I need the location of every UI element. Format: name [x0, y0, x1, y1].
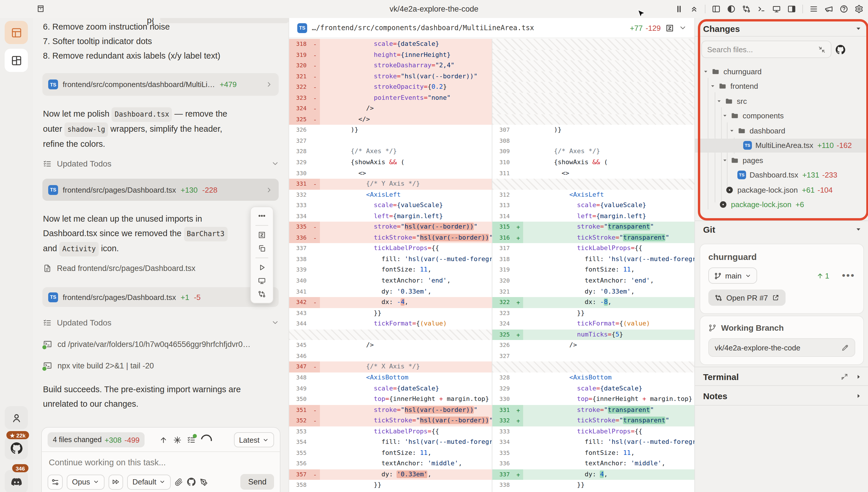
attach-icon[interactable]	[175, 478, 183, 486]
diff-marker	[513, 200, 523, 211]
tree-item-label: frontend	[730, 82, 758, 91]
code-line: <AxisLeft	[523, 190, 695, 200]
diff-row: 356 textAnchor: 'middle',	[289, 459, 492, 469]
files-changed-chip[interactable]: 4 files changed +308 -499	[48, 432, 145, 447]
theme-icon[interactable]	[727, 5, 736, 13]
tree-item-frontend[interactable]: frontend	[695, 79, 868, 93]
section-title: Changes	[703, 24, 740, 33]
open-pr-button[interactable]: Open PR #7	[708, 290, 785, 306]
copy-icon[interactable]	[258, 244, 266, 252]
rail-item-account[interactable]	[5, 406, 28, 429]
added-count: +110	[817, 141, 834, 150]
tree-item-dashboard[interactable]: dashboard	[695, 124, 868, 138]
version-selector[interactable]: Latest	[234, 432, 274, 447]
mode-selector[interactable]: Default	[127, 474, 171, 489]
diff-marker	[513, 437, 523, 448]
left-panel-icon[interactable]	[712, 5, 721, 13]
file-change-card[interactable]: TS frontend/src/pages/Dashboard.tsx +1 -…	[42, 287, 279, 307]
divider	[695, 36, 868, 36]
rail-item-discord[interactable]	[5, 470, 28, 492]
changes-section-header[interactable]: Changes	[703, 22, 862, 35]
file-change-card[interactable]: TS frontend/src/pages/Dashboard.tsx +130…	[42, 179, 279, 201]
github-icon[interactable]	[187, 477, 196, 486]
branch-selector[interactable]: main	[708, 268, 757, 284]
pause-icon[interactable]	[675, 5, 683, 13]
rail-item-chat-active[interactable]	[5, 21, 28, 44]
tree-item-churnguard[interactable]: churnguard	[695, 65, 868, 78]
model-selector[interactable]: Opus	[67, 474, 104, 489]
settings-sliders-button[interactable]	[48, 474, 63, 489]
code-line: tickFormat={(value)	[320, 319, 492, 329]
edit-icon[interactable]	[841, 344, 849, 351]
tree-item-package-lock-json[interactable]: package-lock.json+6	[695, 198, 868, 212]
checklist-icon	[43, 159, 52, 168]
rail-item-board[interactable]	[5, 49, 28, 72]
github-icon[interactable]	[836, 45, 845, 54]
preview-icon[interactable]	[258, 277, 266, 285]
snippet-icon[interactable]	[258, 231, 266, 239]
removed-count: -233	[822, 171, 837, 179]
preview-icon[interactable]	[772, 5, 781, 13]
diff-marker: -	[310, 114, 320, 125]
more-options-icon[interactable]	[258, 212, 266, 220]
diff-marker	[513, 448, 523, 459]
terminal-command-row[interactable]: npx vite build 2>&1 | tail -20	[43, 359, 154, 372]
menu-icon[interactable]	[810, 5, 818, 13]
collapse-diff-icon[interactable]	[679, 24, 687, 32]
tree-item-package-lock-json[interactable]: package-lock.json+61-104	[695, 183, 868, 197]
tree-item-pages[interactable]: pages	[695, 153, 868, 167]
rail-item-github[interactable]	[5, 436, 28, 460]
right-panel-icon[interactable]	[787, 5, 796, 13]
help-icon[interactable]	[840, 5, 848, 13]
collapse-tree-icon[interactable]	[818, 46, 826, 53]
notes-section-header[interactable]: Notes	[703, 389, 862, 403]
tree-item-components[interactable]: components	[695, 109, 868, 123]
left-rail: ★ 22k 346	[0, 18, 34, 492]
diff-marker	[310, 308, 320, 319]
line-number: 357	[289, 469, 310, 480]
line-number: 342	[289, 297, 310, 308]
code-line	[320, 136, 492, 147]
more-options-icon[interactable]: •••	[842, 270, 855, 281]
diff-marker: +	[513, 405, 523, 415]
working-branch-input[interactable]: vk/4e2a-explore-the-code	[708, 338, 855, 357]
git-compare-icon[interactable]	[742, 5, 751, 13]
divider	[695, 220, 868, 221]
diff-marker	[513, 286, 523, 297]
pen-icon[interactable]	[200, 478, 208, 486]
scroll-up-icon[interactable]	[159, 436, 168, 444]
git-section-header[interactable]: Git	[703, 222, 862, 236]
tree-item-dashboard-tsx[interactable]: TSDashboard.tsx+131-233	[695, 168, 868, 182]
tree-item-multilinearea-tsx[interactable]: TSMultiLineArea.tsx+110-162	[695, 139, 868, 152]
run-icon[interactable]	[258, 264, 266, 272]
diff-marker: -	[310, 469, 320, 480]
terminal-icon[interactable]	[757, 5, 766, 13]
announcements-icon[interactable]	[824, 5, 833, 13]
settings-icon[interactable]	[855, 5, 863, 13]
wrap-toggle-icon[interactable]	[665, 24, 674, 32]
diff-marker	[513, 426, 523, 437]
read-file-row[interactable]: Read frontend/src/pages/Dashboard.tsx	[43, 262, 195, 274]
diff-marker: -	[310, 297, 320, 308]
ahead-count: 1	[816, 271, 829, 280]
code-line: tickStroke="hsl(var(--border))"	[320, 233, 492, 243]
fast-forward-button[interactable]	[109, 474, 123, 489]
diff-marker: +	[513, 415, 523, 426]
git-compare-icon[interactable]	[258, 290, 266, 298]
typescript-icon: TS	[48, 292, 58, 302]
updated-todos-row[interactable]: Updated Todos	[43, 316, 279, 329]
diff-filler-row	[492, 179, 695, 190]
tree-item-src[interactable]: src	[695, 94, 868, 108]
file-change-card[interactable]: TS frontend/src/components/dashboard/Mul…	[42, 73, 279, 96]
search-input[interactable]: Search files...	[701, 41, 831, 58]
terminal-command-row[interactable]: cd /private/var/folders/10/h7w0q46556ggr…	[43, 338, 251, 350]
tree-item-label: Dashboard.tsx	[750, 171, 798, 179]
terminal-section-header[interactable]: Terminal	[703, 370, 862, 384]
expand-icon[interactable]	[841, 373, 848, 380]
line-number: 322	[289, 82, 310, 93]
collapse-all-icon[interactable]	[690, 5, 699, 13]
send-button[interactable]: Send	[241, 474, 274, 490]
updated-todos-row[interactable]: Updated Todos	[43, 157, 279, 171]
message-input[interactable]: Continue working on this task...	[42, 452, 280, 467]
spark-icon[interactable]	[173, 436, 182, 444]
